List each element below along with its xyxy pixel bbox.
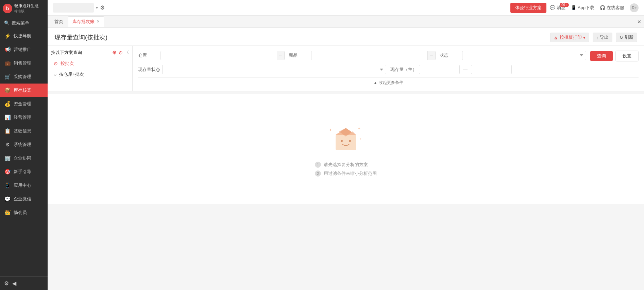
collapse-icon[interactable]: ◀ (12, 280, 16, 287)
filter-row-1: 仓库 ··· 商品 ··· 状态 (138, 49, 639, 61)
tab-home-label: 首页 (54, 19, 63, 25)
app-download-btn[interactable]: 📱 App下载 (571, 5, 594, 11)
online-service-label: 在线客服 (607, 5, 624, 11)
messages-btn[interactable]: 💬 消息 99+ (550, 5, 565, 11)
empty-state: ✦ ✦ ✦ 1 请先选择要分析的方案 2 用过滤条件来缩小分析范围 (48, 94, 644, 204)
nav-label-apps: 应用中心 (14, 182, 31, 188)
logo-char: b (6, 6, 9, 11)
app-version: 标准版 (14, 9, 39, 14)
print-chevron-icon: ▾ (583, 35, 586, 40)
nav-label-enterprise: 企业协同 (14, 155, 31, 161)
sidebar-item-quick-nav[interactable]: ⚡ 快捷导航 (0, 29, 48, 43)
page-title: 现存量查询(按批次) (54, 33, 107, 41)
sidebar: b 畅康通好生意 标准版 🔍 搜索菜单 ⚡ 快捷导航 📢 营销推广 💼 销售管理… (0, 0, 48, 290)
nav-icon-finance: 💰 (4, 101, 11, 107)
sidebar-item-vip[interactable]: 👑 畅会员 (0, 206, 48, 219)
stock-status-select[interactable] (162, 65, 386, 74)
product-label: 商品 (289, 52, 309, 58)
svg-point-3 (341, 140, 343, 142)
tip-num-1: 1 (315, 162, 321, 168)
sidebar-search-label: 搜索菜单 (12, 20, 29, 26)
product-field: 商品 ··· (289, 51, 435, 60)
tip-text-1: 请先选择要分析的方案 (324, 162, 368, 168)
settings-icon[interactable]: ⚙ (4, 280, 9, 287)
nav-icon-marketing: 📢 (4, 47, 11, 53)
scheme-add-btn[interactable]: ⊕ (112, 49, 117, 56)
empty-tip-2: 2 用过滤条件来缩小分析范围 (315, 170, 377, 177)
sidebar-item-newbie[interactable]: 🎯 新手引导 (0, 165, 48, 179)
export-btn[interactable]: ↑ 导出 (593, 33, 613, 42)
warehouse-ellipsis-btn[interactable]: ··· (277, 51, 284, 60)
product-input[interactable] (311, 51, 427, 60)
stock-quantity-min[interactable] (419, 65, 460, 74)
filter-settings-btn[interactable]: 设置 (615, 51, 639, 61)
stock-quantity-max[interactable] (471, 65, 512, 74)
sidebar-item-basic[interactable]: 📋 基础信息 (0, 124, 48, 138)
scheme-settings-icon[interactable]: ⊙ (119, 50, 123, 55)
stock-status-label: 现存量状态 (138, 67, 160, 73)
scheme-item-by-batch[interactable]: ⊙ 按批次 (51, 58, 129, 69)
refresh-btn[interactable]: ↻ 刷新 (616, 33, 637, 42)
nav-label-system: 系统管理 (14, 142, 31, 148)
scheme-panel-title: 按以下方案查询 (51, 50, 82, 56)
scheme-collapse-icon[interactable]: 《 (125, 50, 129, 55)
scheme-item-icon-2: ○ (54, 72, 56, 77)
sidebar-footer: ⚙ ◀ (0, 276, 48, 290)
breadcrumb-chevron-icon[interactable]: ▾ (96, 5, 98, 10)
tab-close-icon[interactable]: ✕ (97, 19, 100, 24)
scheme-panel-actions: ⊕ ⊙ 《 (112, 49, 129, 56)
product-ellipsis-btn[interactable]: ··· (427, 51, 435, 60)
tip-num-2: 2 (315, 170, 321, 177)
nav-icon-sales: 💼 (4, 60, 11, 66)
nav-icon-enterprise: 🏢 (4, 155, 11, 161)
status-select[interactable] (462, 51, 586, 60)
warehouse-input-wrapper: ··· (160, 51, 285, 60)
user-btn[interactable]: Rit (630, 3, 639, 12)
sidebar-item-purchase[interactable]: 🛒 采购管理 (0, 70, 48, 84)
tab-batch-account[interactable]: 库存批次账 ✕ (68, 16, 104, 27)
collapse-more-btn[interactable]: ▲ 收起更多条件 (138, 77, 639, 88)
nav-label-sales: 销售管理 (14, 60, 31, 66)
tab-batch-account-label: 库存批次账 (72, 19, 95, 25)
empty-illustration: ✦ ✦ ✦ (325, 121, 366, 156)
sidebar-item-apps[interactable]: 📱 应用中心 (0, 179, 48, 192)
print-label: 按模板打印 (560, 34, 582, 40)
page-content: 现存量查询(按批次) 🖨 按模板打印 ▾ ↑ 导出 ↻ 刷新 (48, 28, 644, 290)
nav-icon-purchase: 🛒 (4, 74, 11, 80)
nav-icon-operations: 📊 (4, 114, 11, 121)
sidebar-item-marketing[interactable]: 📢 营销推广 (0, 43, 48, 56)
sidebar-item-finance[interactable]: 💰 资金管理 (0, 97, 48, 111)
sidebar-item-wechat[interactable]: 💬 企业微信 (0, 192, 48, 206)
nav-label-basic: 基础信息 (14, 128, 31, 134)
tab-home[interactable]: 首页 (50, 16, 67, 27)
query-btn[interactable]: 查询 (590, 51, 613, 61)
stock-status-field: 现存量状态 (138, 65, 386, 74)
filter-area: 按以下方案查询 ⊕ ⊙ 《 ⊙ 按批次 ○ 按仓库+批次 (48, 46, 644, 91)
sidebar-search[interactable]: 🔍 搜索菜单 (0, 17, 48, 29)
sidebar-item-system[interactable]: ⚙ 系统管理 (0, 138, 48, 151)
topbar-settings-icon[interactable]: ⚙ (100, 4, 105, 11)
refresh-icon: ↻ (620, 35, 623, 40)
nav-icon-quick-nav: ⚡ (4, 33, 11, 39)
topbar-right: 💬 消息 99+ 📱 App下载 🎧 在线客服 Rit (550, 3, 639, 12)
online-service-btn[interactable]: 🎧 在线客服 (600, 5, 624, 11)
nav-icon-basic: 📋 (4, 128, 11, 134)
svg-point-4 (349, 140, 351, 142)
scheme-item-by-warehouse-batch[interactable]: ○ 按仓库+批次 (51, 69, 129, 79)
breadcrumb-input[interactable] (53, 3, 94, 13)
sidebar-item-enterprise[interactable]: 🏢 企业协同 (0, 151, 48, 165)
sidebar-item-operations[interactable]: 📊 经营管理 (0, 111, 48, 124)
warehouse-input[interactable] (161, 51, 277, 60)
nav-icon-apps: 📱 (4, 182, 11, 188)
scheme-item-icon: ⊙ (54, 61, 58, 66)
empty-svg: ✦ ✦ ✦ (325, 121, 366, 155)
trial-btn[interactable]: 体验行业方案 (510, 3, 546, 13)
sidebar-item-sales[interactable]: 💼 销售管理 (0, 56, 48, 70)
stock-quantity-dash: — (462, 67, 469, 72)
tabs-bar-close-icon[interactable]: ✕ (637, 19, 641, 24)
nav-icon-newbie: 🎯 (4, 169, 11, 175)
nav-label-inventory: 库存核算 (14, 87, 31, 93)
sidebar-item-inventory[interactable]: 📦 库存核算 (0, 84, 48, 97)
page-header: 现存量查询(按批次) 🖨 按模板打印 ▾ ↑ 导出 ↻ 刷新 (48, 28, 644, 46)
print-btn[interactable]: 🖨 按模板打印 ▾ (550, 33, 589, 42)
